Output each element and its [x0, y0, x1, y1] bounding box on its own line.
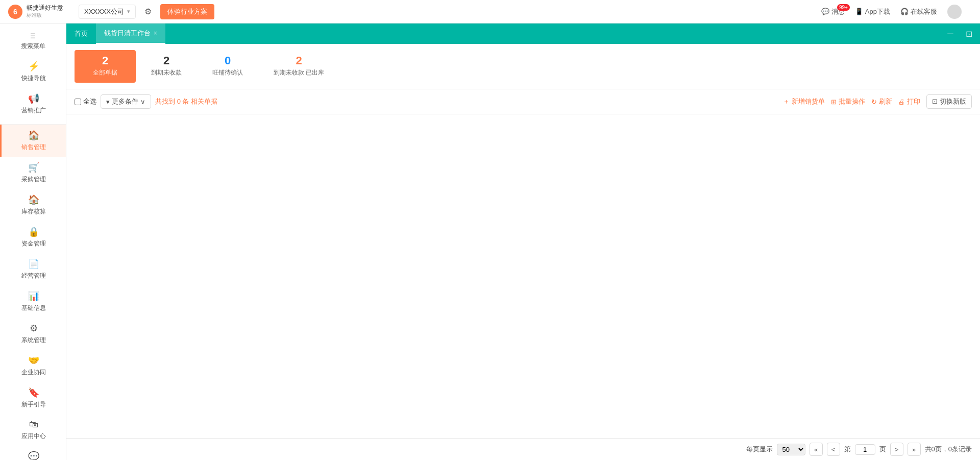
sidebar: ☰ 搜索菜单 ⚡ 快捷导航 📢 营销推广 🏠 销售管理 🛒 采购管理 🏠 库存核… [0, 23, 66, 460]
pagination-bar: 每页显示 20 50 100 « < 第 页 > » 共0页，0条记录 [66, 438, 980, 460]
sidebar-search-label: 搜索菜单 [21, 42, 45, 51]
sidebar-item-basic[interactable]: 📊 基础信息 [0, 285, 66, 318]
message-item[interactable]: 💬 消息 99+ [821, 7, 845, 16]
found-number: 0 [177, 98, 181, 105]
tab-workstation-label: 钱货日清工作台 [104, 29, 151, 38]
summary-num-pending: 0 [225, 54, 231, 67]
sidebar-marketing-label: 营销推广 [21, 106, 46, 115]
sidebar-operations-label: 经营管理 [21, 272, 46, 280]
sales-icon: 🏠 [28, 130, 39, 141]
tab-close-icon[interactable]: × [154, 30, 157, 37]
settings-button[interactable]: ⚙ [140, 4, 156, 20]
switch-label: 切换新版 [940, 98, 966, 105]
switch-version-button[interactable]: ⊡ 切换新版 [926, 94, 972, 109]
sidebar-item-enterprise[interactable]: 🤝 企业协同 [0, 350, 66, 382]
sidebar-item-wechat[interactable]: 💬 企业微信 [0, 446, 66, 460]
system-icon: ⚙ [30, 323, 38, 334]
basic-icon: 📊 [28, 290, 39, 302]
company-selector[interactable]: XXXXXX公司 ▾ [79, 5, 136, 19]
first-page-button[interactable]: « [810, 443, 823, 456]
sidebar-item-purchase[interactable]: 🛒 采购管理 [0, 157, 66, 189]
sidebar-system-label: 系统管理 [21, 336, 46, 345]
found-unit: 条 [182, 98, 189, 105]
content-area: 2 全部单据 2 到期未收款 0 旺铺待确认 2 到期未收款 已出库 [66, 44, 980, 460]
add-label: 新增销货单 [792, 97, 825, 106]
app-download-item[interactable]: 📱 App下载 [855, 7, 890, 16]
more-filter-button[interactable]: ▾ 更多条件 ∨ [101, 94, 151, 109]
summary-card-all[interactable]: 2 全部单据 [75, 50, 136, 83]
total-info: 共0页，0条记录 [925, 445, 972, 454]
app-icon: 📱 [855, 8, 863, 15]
inventory-icon: 🏠 [28, 194, 39, 205]
sidebar-item-sales[interactable]: 🏠 销售管理 [0, 125, 66, 157]
last-page-button[interactable]: » [908, 443, 921, 456]
related-label: 相关单据 [191, 98, 217, 105]
per-page-select[interactable]: 20 50 100 [777, 444, 805, 455]
sidebar-item-finance[interactable]: 🔒 资金管理 [0, 221, 66, 253]
sidebar-item-search[interactable]: ☰ 搜索菜单 [0, 28, 66, 56]
online-service-item[interactable]: 🎧 在线客服 [900, 7, 937, 16]
select-all-checkbox[interactable]: 全选 [75, 97, 96, 106]
page-number-input[interactable] [855, 444, 875, 455]
toolbar-right: ＋ 新增销货单 ⊞ 批量操作 ↻ 刷新 🖨 打印 [783, 94, 972, 109]
tab-bar-right: ─ ⊡ [943, 27, 980, 41]
logo-text-group: 畅捷通好生意 标准版 [27, 4, 63, 19]
sidebar-shortcut-label: 快捷导航 [21, 74, 46, 83]
summary-num-overdue-out: 2 [296, 54, 302, 67]
sidebar-item-guide[interactable]: 🔖 新手引导 [0, 382, 66, 414]
tab-work-station[interactable]: 钱货日清工作台 × [96, 23, 165, 44]
sidebar-item-marketing[interactable]: 📢 营销推广 [0, 88, 66, 120]
finance-icon: 🔒 [28, 226, 39, 237]
sidebar-item-shortcut[interactable]: ⚡ 快捷导航 [0, 56, 66, 88]
sidebar-guide-label: 新手引导 [21, 400, 46, 409]
search-menu-icon: ☰ [30, 33, 36, 40]
summary-card-pending[interactable]: 0 旺铺待确认 [197, 50, 258, 83]
prev-page-button[interactable]: < [827, 443, 840, 456]
logo-icon: 6 [8, 5, 22, 19]
wechat-icon: 💬 [28, 451, 39, 460]
trial-button[interactable]: 体验行业方案 [160, 4, 214, 19]
found-prefix: 共找到 [155, 98, 175, 105]
marketing-icon: 📢 [28, 93, 39, 104]
sidebar-item-system[interactable]: ⚙ 系统管理 [0, 318, 66, 350]
summary-card-overdue[interactable]: 2 到期未收款 [136, 50, 197, 83]
print-button[interactable]: 🖨 打印 [898, 97, 920, 106]
summary-cards: 2 全部单据 2 到期未收款 0 旺铺待确认 2 到期未收款 已出库 [66, 44, 980, 89]
sidebar-appstore-label: 应用中心 [21, 432, 46, 441]
header-right: 💬 消息 99+ 📱 App下载 🎧 在线客服 [821, 5, 972, 19]
avatar[interactable] [947, 5, 962, 19]
message-icon: 💬 [821, 8, 829, 15]
toolbar-left: 全选 ▾ 更多条件 ∨ 共找到 0 条 相关单据 [75, 94, 217, 109]
tab-bar: 首页 钱货日清工作台 × ─ ⊡ [66, 23, 980, 44]
app-name: 畅捷通好生意 [27, 4, 63, 12]
main-area: 首页 钱货日清工作台 × ─ ⊡ 2 全部单据 2 到期未收款 [66, 23, 980, 460]
page-word: 第 [844, 445, 851, 454]
company-arrow-icon: ▾ [127, 8, 130, 15]
appstore-icon: 🛍 [29, 419, 38, 430]
tab-home[interactable]: 首页 [66, 23, 96, 44]
batch-operation-button[interactable]: ⊞ 批量操作 [831, 97, 865, 106]
summary-card-overdue-out[interactable]: 2 到期未收款 已出库 [258, 50, 339, 83]
switch-icon: ⊡ [932, 98, 938, 105]
logo-area: 6 畅捷通好生意 标准版 [8, 4, 75, 19]
batch-label: 批量操作 [839, 97, 865, 106]
summary-label-overdue-out: 到期未收款 已出库 [274, 68, 324, 77]
checkbox-input[interactable] [75, 99, 81, 105]
sidebar-item-appstore[interactable]: 🛍 应用中心 [0, 414, 66, 446]
per-page-label: 每页显示 [746, 445, 773, 454]
message-badge: 99+ [837, 4, 850, 11]
summary-num-all: 2 [102, 54, 108, 67]
add-order-button[interactable]: ＋ 新增销货单 [783, 97, 825, 106]
sidebar-item-operations[interactable]: 📄 经营管理 [0, 253, 66, 285]
refresh-button[interactable]: ↻ 刷新 [871, 97, 892, 106]
guide-icon: 🔖 [28, 387, 39, 398]
sidebar-inventory-label: 库存核算 [21, 207, 46, 216]
filter-label: 更多条件 [112, 97, 138, 106]
sidebar-item-inventory[interactable]: 🏠 库存核算 [0, 189, 66, 221]
next-page-button[interactable]: > [890, 443, 903, 456]
shortcut-icon: ⚡ [28, 61, 39, 72]
refresh-icon: ↻ [871, 98, 877, 106]
app-body: ☰ 搜索菜单 ⚡ 快捷导航 📢 营销推广 🏠 销售管理 🛒 采购管理 🏠 库存核… [0, 23, 980, 460]
tab-maximize-button[interactable]: ⊡ [962, 27, 976, 41]
tab-minimize-button[interactable]: ─ [943, 27, 958, 41]
